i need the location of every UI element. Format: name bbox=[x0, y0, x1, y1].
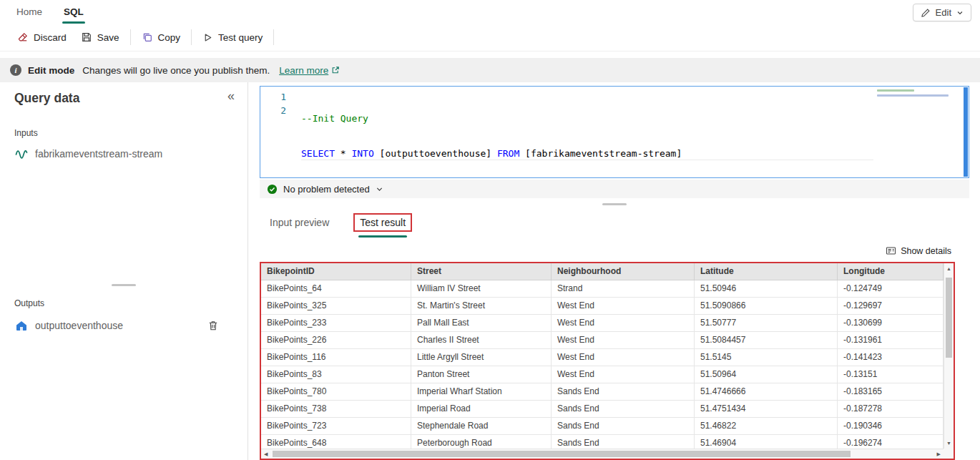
vertical-scrollbar-thumb[interactable] bbox=[946, 278, 952, 358]
table-cell: -0.190346 bbox=[838, 418, 944, 435]
discard-label: Discard bbox=[34, 32, 67, 43]
table-cell: -0.187278 bbox=[838, 401, 944, 418]
toolbar-separator bbox=[191, 29, 192, 45]
scroll-left-icon[interactable]: ◀ bbox=[264, 451, 268, 456]
double-chevron-left-icon[interactable]: « bbox=[227, 89, 235, 102]
horizontal-scrollbar-thumb[interactable] bbox=[273, 451, 851, 457]
sidebar-resize-handle[interactable] bbox=[112, 284, 136, 286]
sidebar-item-input-stream[interactable]: fabrikameventstream-stream bbox=[14, 147, 162, 161]
trash-icon[interactable] bbox=[207, 320, 219, 331]
pencil-icon bbox=[921, 8, 931, 18]
line-number: 1 bbox=[260, 90, 296, 104]
table-cell: West End bbox=[552, 298, 695, 315]
table-cell: -0.130699 bbox=[838, 315, 944, 332]
scroll-down-icon[interactable]: ▼ bbox=[946, 441, 951, 446]
table-cell: Peterborough Road bbox=[411, 435, 552, 449]
eventstream-sql-editor: Home SQL Edit Discard Save bbox=[0, 0, 980, 460]
inputs-section-label: Inputs bbox=[14, 128, 38, 138]
editor-scrollbar[interactable] bbox=[964, 87, 968, 177]
column-header: Longitude bbox=[838, 263, 944, 280]
test-query-button[interactable]: Test query bbox=[195, 29, 270, 47]
column-header: BikepointID bbox=[261, 263, 411, 280]
table-cell: BikePoints_648 bbox=[261, 435, 411, 449]
save-button[interactable]: Save bbox=[74, 28, 127, 47]
show-details-label: Show details bbox=[901, 246, 951, 256]
problem-status-bar[interactable]: No problem detected bbox=[260, 180, 969, 198]
table-cell: -0.131961 bbox=[838, 332, 944, 349]
chevron-down-icon bbox=[956, 9, 964, 16]
tab-sql[interactable]: SQL bbox=[53, 0, 94, 24]
table-cell: 51.50964 bbox=[695, 366, 838, 383]
table-cell: Charles II Street bbox=[411, 332, 552, 349]
editor-toolbar: Discard Save Copy Test query bbox=[0, 24, 980, 52]
sql-keyword: INTO bbox=[351, 148, 379, 159]
table-cell: 51.4746666 bbox=[695, 383, 838, 401]
table-cell: West End bbox=[552, 332, 695, 349]
check-circle-icon bbox=[267, 184, 278, 195]
form-icon bbox=[886, 245, 896, 256]
query-data-sidebar: Query data « Inputs fabrikameventstream-… bbox=[0, 82, 248, 460]
sql-identifier: [fabrikameventstream-stream] bbox=[525, 148, 682, 159]
table-cell: 51.4751434 bbox=[695, 401, 838, 418]
save-label: Save bbox=[97, 32, 119, 43]
tab-test-result[interactable]: Test result bbox=[353, 213, 412, 232]
table-cell: -0.129697 bbox=[838, 298, 944, 315]
table-cell: Imperial Wharf Station bbox=[411, 383, 552, 401]
sql-keyword: FROM bbox=[497, 148, 525, 159]
scrollbar-corner bbox=[944, 449, 954, 459]
table-row: BikePoints_738Imperial RoadSands End51.4… bbox=[261, 401, 944, 418]
eraser-icon bbox=[17, 31, 29, 43]
copy-button[interactable]: Copy bbox=[134, 28, 188, 47]
sql-comment: --Init Query bbox=[301, 113, 368, 124]
chevron-down-icon[interactable] bbox=[376, 185, 383, 193]
toolbar-separator bbox=[130, 29, 131, 45]
sidebar-item-output-eventhouse[interactable]: outputtoeventhouse bbox=[14, 318, 219, 333]
tab-home[interactable]: Home bbox=[6, 0, 53, 24]
line-number-gutter: 1 2 bbox=[260, 90, 296, 117]
scroll-right-icon[interactable]: ▶ bbox=[937, 451, 941, 456]
table-cell: -0.124749 bbox=[838, 280, 944, 298]
table-cell: Strand bbox=[552, 280, 695, 298]
table-cell: BikePoints_723 bbox=[261, 418, 411, 435]
table-cell: William IV Street bbox=[411, 280, 552, 298]
table-row: BikePoints_64William IV StreetStrand51.5… bbox=[261, 280, 944, 298]
table-cell: St. Martin's Street bbox=[411, 298, 552, 315]
discard-button[interactable]: Discard bbox=[10, 28, 74, 47]
sql-code-editor[interactable]: 1 2 --Init Query SELECT * INTO [outputto… bbox=[260, 86, 969, 178]
editor-minimap[interactable] bbox=[877, 89, 960, 99]
table-cell: Sands End bbox=[552, 435, 695, 449]
table-cell: 51.5145 bbox=[695, 349, 838, 366]
table-cell: BikePoints_116 bbox=[261, 349, 411, 366]
learn-more-link[interactable]: Learn more bbox=[279, 65, 340, 76]
table-cell: Imperial Road bbox=[411, 401, 552, 418]
edit-mode-banner: i Edit mode Changes will go live once yo… bbox=[0, 58, 980, 82]
table-cell: Sands End bbox=[552, 383, 695, 401]
table-row: BikePoints_780Imperial Wharf StationSand… bbox=[261, 383, 944, 401]
vertical-scrollbar[interactable]: ▲ ▼ bbox=[944, 263, 954, 449]
eventhouse-icon bbox=[14, 318, 29, 333]
test-result-table: BikepointIDStreetNeighbourhoodLatitudeLo… bbox=[260, 262, 955, 460]
outputs-section-label: Outputs bbox=[14, 298, 44, 308]
banner-message: Changes will go live once you publish th… bbox=[82, 65, 270, 76]
panel-resize-handle[interactable] bbox=[602, 203, 627, 205]
tab-input-preview[interactable]: Input preview bbox=[270, 217, 329, 228]
scroll-up-icon[interactable]: ▲ bbox=[946, 266, 951, 271]
horizontal-scrollbar[interactable]: ◀ ▶ bbox=[261, 449, 944, 459]
table-row: BikePoints_648Peterborough RoadSands End… bbox=[261, 435, 944, 449]
input-item-label: fabrikameventstream-stream bbox=[35, 148, 162, 160]
table-cell: BikePoints_325 bbox=[261, 298, 411, 315]
table-row: BikePoints_226Charles II StreetWest End5… bbox=[261, 332, 944, 349]
edit-button-label: Edit bbox=[936, 7, 951, 18]
external-link-icon bbox=[331, 66, 340, 74]
top-tab-bar: Home SQL bbox=[0, 0, 980, 24]
table-row: BikePoints_233Pall Mall EastWest End51.5… bbox=[261, 315, 944, 332]
table-cell: 51.50777 bbox=[695, 315, 838, 332]
table-cell: Little Argyll Street bbox=[411, 349, 552, 366]
table-cell: -0.196274 bbox=[838, 435, 944, 449]
table-cell: BikePoints_233 bbox=[261, 315, 411, 332]
sql-keyword: SELECT bbox=[301, 148, 340, 159]
table-cell: Panton Street bbox=[411, 366, 552, 383]
show-details-button[interactable]: Show details bbox=[886, 245, 951, 256]
edit-button[interactable]: Edit bbox=[913, 4, 971, 21]
code-content: --Init Query SELECT * INTO [outputtoeven… bbox=[301, 90, 873, 182]
